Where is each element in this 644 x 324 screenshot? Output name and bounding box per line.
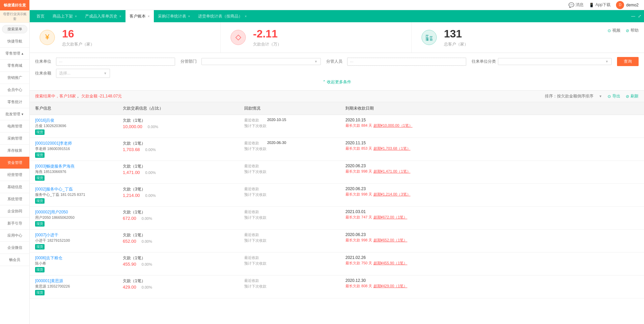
table-row: [000002]用户2050 用户2050 18665062050 现货 欠款（… [30, 207, 644, 230]
customer-name[interactable]: [0001020001]李老师 [35, 141, 112, 146]
sidebar-item-enterprise[interactable]: 企业协同 [0, 205, 29, 217]
sidebar-item-newbie[interactable]: 新手引导 [0, 217, 29, 230]
sidebar-item-ops-mgmt[interactable]: 经营管理 [0, 169, 29, 181]
overdue-amount[interactable]: 超期¥455.90（1笔） [373, 261, 408, 265]
tab-inventory-stats-close[interactable]: × [245, 14, 247, 18]
overdue-amount[interactable]: 超期¥10,000.00（1笔） [373, 123, 413, 127]
due-date-cell: 2021.02.26 最长欠款 750 天 超期¥455.90（1笔） [340, 253, 644, 275]
customer-unit-input[interactable]: ··· [56, 58, 175, 66]
results-info: 搜索结果中，客户16家， 欠款金额 -21,148.07元 [35, 93, 122, 99]
sidebar-item-vip-member[interactable]: 畅会员 [0, 254, 29, 266]
sidebar-item-batch-mgmt[interactable]: 批发管理 ▼ [0, 108, 29, 120]
debt-count: 欠款（1笔） [123, 164, 233, 169]
search-button[interactable]: 查询 [617, 57, 639, 66]
due-date-cell: 2020.06.23 最长欠款 998 天 超期¥652.00（1笔） [340, 230, 644, 253]
sidebar-item-retail-mgmt[interactable]: 零售管理 ▲ [0, 48, 29, 60]
video-btn[interactable]: ⊙ 视频 [608, 28, 620, 33]
overdue-amount[interactable]: 超期¥1,214.00（3笔） [373, 192, 411, 196]
message-icon: 💬 [568, 2, 574, 8]
refresh-icon: ⊘ [626, 94, 629, 99]
sidebar-item-retail-mall[interactable]: 零售商城 [0, 60, 29, 72]
recovery-cell: 最近收款 预计下次收款 [239, 207, 340, 230]
tab-inventory-stats[interactable]: 进货单统计表（按商品） × [194, 10, 251, 22]
next-collect-label: 预计下次收款 [244, 193, 267, 197]
debt-amount: 10,000.00 [123, 124, 142, 129]
tab-home[interactable]: 首页 [32, 10, 49, 22]
customer-name[interactable]: [0007]小进干 [35, 232, 112, 238]
overdue-days: 最长欠款 853 天 [345, 146, 373, 150]
customer-name[interactable]: [0006]去下粮仓 [35, 255, 112, 261]
search-menu-button[interactable]: 搜索菜单 [2, 25, 27, 33]
sidebar-item-inventory[interactable]: 库存核算 [0, 145, 29, 157]
dept-select[interactable]: ▼ [201, 58, 320, 65]
sidebar-item-app-center[interactable]: 应用中心 [0, 230, 29, 242]
help-btn[interactable]: ⊘ 帮助 [626, 28, 639, 33]
sidebar-item-marketing[interactable]: 营销推广 [0, 72, 29, 84]
refresh-btn[interactable]: ⊘ 刷新 [626, 93, 639, 99]
summary-actions: ⊙ 视频 ⊘ 帮助 [602, 22, 644, 53]
sidebar-item-quick-nav[interactable]: 快捷导航 [0, 35, 29, 48]
overdue-amount[interactable]: 超期¥429.00（1笔） [373, 284, 408, 288]
filter-row-2: 往来余额 选择... ▼ [35, 69, 639, 78]
user-menu[interactable]: D demo2 [616, 1, 639, 9]
tab-purchase-stats-close[interactable]: × [188, 14, 190, 18]
export-btn[interactable]: ⊙ 导出 [608, 93, 620, 99]
customer-name[interactable]: [000001]黄思源 [35, 278, 112, 284]
debt-amount: 652.00 [123, 239, 136, 244]
collapse-btn[interactable]: ⌃ 收起更多条件 [35, 78, 639, 86]
minimize-icon[interactable]: — [631, 14, 635, 19]
svg-rect-7 [426, 36, 427, 37]
person-label: 分管人员 [326, 59, 345, 64]
overdue-amount[interactable]: 超期¥652.00（1笔） [373, 238, 408, 242]
customer-info-cell: [0002]服务中心_丁磊 服务中心_丁磊 181 0125 8371 现货 [30, 184, 117, 207]
tab-product-listing[interactable]: 商品上下架 × [49, 10, 81, 22]
debt-info-cell: 欠款（1笔） 1,703.68 0.00% [117, 138, 239, 161]
customer-tag: 现货 [35, 267, 45, 272]
customer-name[interactable]: [000002]用户2050 [35, 209, 112, 215]
balance-placeholder: 选择... [59, 70, 71, 76]
tab-purchase-stats-label: 采购订单统计表 [158, 13, 186, 19]
svg-point-4 [422, 30, 437, 45]
customer-tag: 现货 [35, 290, 45, 295]
overdue-amount[interactable]: 超期¥1,471.00（1笔） [373, 169, 411, 173]
overdue-amount[interactable]: 超期¥1,703.68（1笔） [373, 146, 411, 150]
due-date-cell: 2020.11.15 最长欠款 853 天 超期¥1,703.68（1笔） [340, 138, 644, 161]
sidebar-item-purchase-mgmt[interactable]: 采购管理 [0, 132, 29, 145]
sidebar-item-finance-mgmt[interactable]: 资金管理 [0, 157, 29, 169]
tab-purchase-stats[interactable]: 采购订单统计表 × [154, 10, 194, 22]
customer-name[interactable]: [0003]畅捷服务尹海燕 [35, 164, 112, 169]
unit-type-select[interactable]: ▼ [498, 58, 612, 65]
tab-production-history-close[interactable]: × [119, 14, 121, 18]
overdue-amount[interactable]: 超期¥672.00（1笔） [373, 215, 408, 219]
overdue-days: 最长欠款 747 天 [345, 215, 373, 219]
customer-name[interactable]: [0016]吕俊 [35, 118, 112, 123]
filter-balance: 往来余额 选择... ▼ [35, 69, 639, 78]
customer-name[interactable]: [0002]服务中心_丁磊 [35, 186, 112, 192]
next-collect-label: 预计下次收款 [244, 215, 267, 219]
sidebar-item-wechat[interactable]: 企业微信 [0, 242, 29, 254]
tab-customer-ledger[interactable]: 客户账本 × [125, 10, 154, 22]
tab-customer-ledger-close[interactable]: × [148, 14, 150, 18]
customer-info-cell: [0007]小进干 小进干 18279152100 现货 [30, 230, 117, 253]
debt-count: 欠款（1笔） [123, 118, 233, 123]
customer-tag: 现货 [35, 198, 45, 204]
data-table: 客户信息 欠款交易信息（占比） 回款情况 到期未收款日期 [0016]吕俊 吕俊… [30, 102, 644, 298]
sidebar-item-ecom-mgmt[interactable]: 电商管理 [0, 120, 29, 132]
sidebar-item-sys-mgmt[interactable]: 系统管理 [0, 193, 29, 205]
sidebar-item-member[interactable]: 会员中心 [0, 84, 29, 96]
app-download-icon: 📱 [589, 3, 594, 7]
next-collect-label: 预计下次收款 [244, 284, 267, 288]
debt-info-cell: 欠款（1笔） 429.00 0.00% [117, 275, 239, 298]
sidebar-item-retail-stats[interactable]: 零售统计 [0, 96, 29, 108]
sidebar-item-label: 资金管理 [1, 160, 28, 165]
dept-label: 分管部门 [180, 59, 199, 64]
person-input[interactable]: ··· [347, 58, 466, 66]
tab-production-history[interactable]: 产成品入库单历史 × [81, 10, 125, 22]
tab-product-listing-close[interactable]: × [75, 14, 77, 18]
balance-select[interactable]: 选择... ▼ [56, 69, 110, 78]
maximize-icon[interactable]: ⤢ [638, 14, 641, 19]
debt-percent: 0.00% [142, 262, 152, 266]
message-btn[interactable]: 💬 消息 [568, 2, 584, 8]
app-download-btn[interactable]: 📱 App下载 [589, 2, 611, 8]
sidebar-item-basic-info[interactable]: 基础信息 [0, 181, 29, 193]
